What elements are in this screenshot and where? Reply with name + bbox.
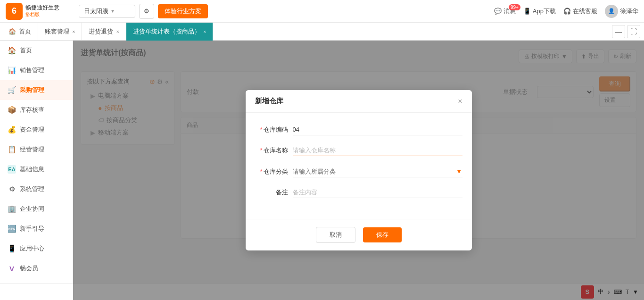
code-label: 仓库编码: [255, 125, 293, 134]
app-download-button[interactable]: 📱 App下载: [523, 7, 556, 16]
app-download-label: App下载: [533, 7, 556, 16]
message-icon: 💬: [494, 8, 502, 15]
user-name: 徐泽华: [620, 7, 638, 16]
home-sidebar-icon: 🏠: [8, 46, 16, 55]
home-icon: 🏠: [8, 28, 16, 35]
purchase-icon: 🛒: [8, 86, 16, 94]
sidebar-item-vip[interactable]: V 畅会员: [0, 258, 73, 278]
sidebar-item-sales[interactable]: 📊 销售管理: [0, 60, 73, 80]
modal-body: 仓库编码 仓库名称 仓库分类 ▼: [246, 113, 472, 219]
basic-info-icon: EA: [8, 165, 16, 174]
online-service-button[interactable]: 🎧 在线客服: [563, 7, 597, 16]
category-label: 仓库分类: [255, 167, 293, 176]
name-input[interactable]: [293, 145, 462, 156]
messages-button[interactable]: 💬 消息 99+: [494, 7, 516, 16]
tab-accounts-label: 账套管理: [45, 27, 69, 36]
sidebar-inventory-label: 库存核查: [20, 106, 44, 114]
modal-footer: 取消 保存: [246, 219, 472, 250]
add-warehouse-modal: 新增仓库 × 仓库编码 仓库名称: [246, 90, 472, 250]
sidebar-guide-label: 新手引导: [20, 225, 44, 233]
modal-header: 新增仓库 ×: [246, 90, 472, 113]
sidebar-purchase-label: 采购管理: [20, 86, 44, 94]
modal-close-button[interactable]: ×: [458, 97, 462, 106]
store-dropdown-arrow: ▼: [110, 8, 115, 14]
sidebar-item-finance[interactable]: 💰 资金管理: [0, 120, 73, 140]
sidebar-system-label: 系统管理: [20, 185, 44, 193]
tab-purchase-stats-close[interactable]: ×: [203, 29, 206, 34]
apps-icon: 📱: [8, 244, 16, 253]
sidebar-item-enterprise[interactable]: 🏢 企业协同: [0, 199, 73, 219]
cancel-button[interactable]: 取消: [316, 227, 355, 243]
tab-purchase-return[interactable]: 进货退货 ×: [82, 23, 126, 41]
sales-icon: 📊: [8, 66, 16, 75]
headset-icon: 🎧: [563, 8, 571, 15]
operations-icon: 📋: [8, 145, 16, 154]
sidebar-sales-label: 销售管理: [20, 66, 44, 75]
category-select-row: ▼: [293, 166, 462, 177]
online-service-label: 在线客服: [573, 7, 597, 16]
sidebar-finance-label: 资金管理: [20, 125, 44, 134]
sidebar-item-home[interactable]: 🏠 首页: [0, 41, 73, 60]
sidebar-item-inventory[interactable]: 📦 库存核查: [0, 100, 73, 120]
avatar: 👤: [605, 5, 618, 18]
guide-icon: 🆕: [8, 225, 16, 233]
tab-accounts[interactable]: 账套管理 ×: [38, 23, 82, 41]
tab-purchase-return-close[interactable]: ×: [116, 29, 119, 34]
header-right: 💬 消息 99+ 📱 App下载 🎧 在线客服 👤 徐泽华: [494, 5, 638, 18]
tab-bar: 🏠 首页 账套管理 × 进货退货 × 进货单统计表（按商品） × — ⛶: [0, 23, 644, 41]
modal-overlay: 新增仓库 × 仓库编码 仓库名称: [73, 41, 644, 300]
sidebar-home-label: 首页: [20, 46, 32, 55]
tab-home[interactable]: 🏠 首页: [2, 23, 38, 41]
sidebar: 🏠 首页 📊 销售管理 🛒 采购管理 📦 库存核查 💰 资金管理 📋 经营管理 …: [0, 41, 73, 300]
experience-button[interactable]: 体验行业方案: [158, 4, 208, 18]
settings-icon-button[interactable]: ⚙: [139, 4, 154, 19]
messages-badge: 99+: [509, 4, 520, 10]
sidebar-item-apps[interactable]: 📱 应用中心: [0, 239, 73, 258]
sidebar-item-purchase[interactable]: 🛒 采购管理: [0, 80, 73, 100]
notes-input[interactable]: [293, 187, 462, 198]
sidebar-item-operations[interactable]: 📋 经营管理: [0, 140, 73, 159]
finance-icon: 💰: [8, 125, 16, 134]
sidebar-item-guide[interactable]: 🆕 新手引导: [0, 219, 73, 239]
sidebar-apps-label: 应用中心: [20, 244, 44, 253]
content-area: 进货单统计(按商品) 🖨 按模板打印 ▼ ⬆ 导出 ↻ 刷新: [73, 41, 644, 300]
name-label: 仓库名称: [255, 146, 293, 155]
tab-purchase-return-label: 进货退货: [89, 27, 113, 36]
sidebar-basic-info-label: 基础信息: [20, 165, 44, 174]
tab-maximize-button[interactable]: ⛶: [627, 25, 640, 38]
tab-home-label: 首页: [19, 27, 31, 36]
form-row-name: 仓库名称: [255, 145, 462, 156]
tab-accounts-close[interactable]: ×: [72, 29, 75, 34]
main-layout: 🏠 首页 📊 销售管理 🛒 采购管理 📦 库存核查 💰 资金管理 📋 经营管理 …: [0, 41, 644, 300]
sidebar-vip-label: 畅会员: [20, 264, 38, 273]
tab-purchase-stats-label: 进货单统计表（按商品）: [133, 27, 200, 36]
save-button[interactable]: 保存: [363, 227, 402, 242]
code-input[interactable]: [293, 124, 462, 135]
form-row-notes: 备注: [255, 187, 462, 198]
system-icon: ⚙: [8, 185, 16, 193]
gear-icon: ⚙: [144, 8, 149, 15]
inventory-icon: 📦: [8, 106, 16, 114]
vip-icon: V: [8, 264, 16, 273]
sidebar-item-basic-info[interactable]: EA 基础信息: [0, 159, 73, 179]
logo-area: 6 畅捷通好生意 搭档版: [6, 3, 79, 20]
form-row-category: 仓库分类 ▼: [255, 166, 462, 177]
sidebar-operations-label: 经营管理: [20, 145, 44, 154]
app-logo-icon: 6: [6, 3, 23, 20]
form-row-code: 仓库编码: [255, 124, 462, 135]
notes-label: 备注: [255, 188, 293, 197]
tab-minimize-button[interactable]: —: [612, 25, 625, 38]
store-selector[interactable]: 日太阳膜 ▼: [79, 5, 135, 18]
user-button[interactable]: 👤 徐泽华: [605, 5, 638, 18]
sidebar-enterprise-label: 企业协同: [20, 205, 44, 213]
store-name: 日太阳膜: [84, 7, 108, 16]
tab-purchase-stats[interactable]: 进货单统计表（按商品） ×: [126, 23, 213, 41]
sidebar-item-system[interactable]: ⚙ 系统管理: [0, 179, 73, 199]
logo-sub: 搭档版: [25, 11, 59, 18]
phone-icon: 📱: [523, 8, 531, 15]
top-header: 6 畅捷通好生意 搭档版 日太阳膜 ▼ ⚙ 体验行业方案 💬 消息 99+ 📱 …: [0, 0, 644, 23]
category-input[interactable]: [293, 168, 456, 175]
tab-bar-actions: — ⛶: [612, 25, 644, 38]
category-dropdown-arrow[interactable]: ▼: [456, 167, 462, 175]
modal-title: 新增仓库: [255, 97, 283, 106]
